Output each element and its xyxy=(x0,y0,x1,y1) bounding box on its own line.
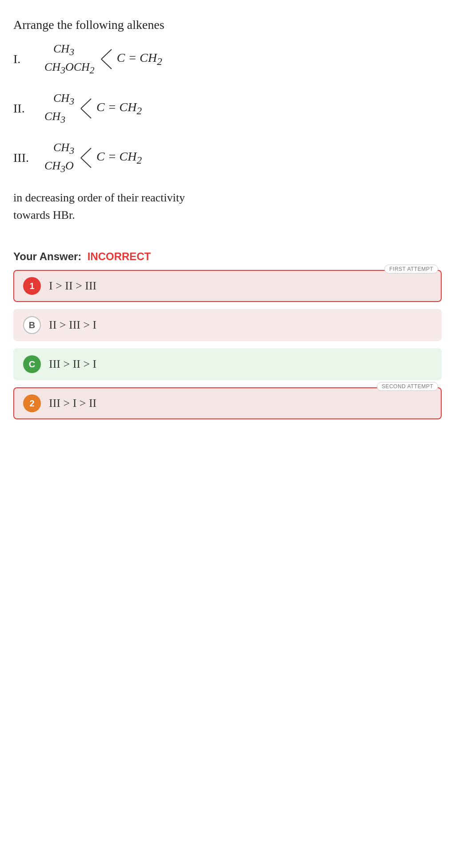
second-attempt-badge: SECOND ATTEMPT xyxy=(377,382,438,391)
structure-3: CH3 CH3O C = CH2 xyxy=(44,140,142,176)
structure-row-3: III. CH3 CH3O C = CH2 xyxy=(13,140,442,176)
option-wrapper-C: C III > II > I xyxy=(13,348,442,380)
sub-bottom-1: CH3OCH2 xyxy=(44,59,95,77)
answer-options: FIRST ATTEMPT 1 I > II > III B II > III … xyxy=(13,270,442,426)
option-circle-1: 1 xyxy=(23,277,41,295)
double-bond-2: C = CH2 xyxy=(96,100,142,117)
structure-row-2: II. CH3 CH3 C = CH2 xyxy=(13,90,442,126)
your-answer-label: Your Answer: INCORRECT xyxy=(13,250,442,263)
option-circle-2: 2 xyxy=(23,394,41,412)
option-wrapper-2: SECOND ATTEMPT 2 III > I > II xyxy=(13,387,442,419)
substituents-3: CH3 CH3O xyxy=(44,140,74,176)
wedge-1 xyxy=(99,46,112,72)
option-text-B: II > III > I xyxy=(49,318,96,332)
roman-label-1: I. xyxy=(13,52,40,66)
substituents-2: CH3 CH3 xyxy=(44,90,74,126)
status-text: INCORRECT xyxy=(88,250,151,262)
double-bond-3: C = CH2 xyxy=(96,149,142,166)
option-box-1[interactable]: 1 I > II > III xyxy=(13,270,442,302)
roman-label-2: II. xyxy=(13,101,40,116)
structure-2: CH3 CH3 C = CH2 xyxy=(44,90,142,126)
option-text-1: I > II > III xyxy=(49,279,96,293)
structure-1: CH3 CH3OCH2 C = CH2 xyxy=(44,41,162,77)
option-box-2[interactable]: 2 III > I > II xyxy=(13,387,442,419)
svg-line-2 xyxy=(81,99,91,108)
wedge-3 xyxy=(79,145,92,171)
sub-top-1: CH3 xyxy=(44,41,74,59)
closing-line-2: towards HBr. xyxy=(13,209,75,221)
first-attempt-badge: FIRST ATTEMPT xyxy=(384,265,438,273)
alkene-section: I. CH3 CH3OCH2 C = CH2 II. CH3 CH xyxy=(13,41,442,176)
option-circle-B: B xyxy=(23,316,41,334)
sub-top-2: CH3 xyxy=(44,90,74,108)
option-wrapper-1: FIRST ATTEMPT 1 I > II > III xyxy=(13,270,442,302)
svg-line-1 xyxy=(101,59,112,69)
svg-line-5 xyxy=(81,158,91,168)
double-bond-1: C = CH2 xyxy=(117,51,162,68)
sub-bottom-2: CH3 xyxy=(44,108,65,127)
sub-top-3: CH3 xyxy=(44,140,74,158)
option-text-C: III > II > I xyxy=(49,358,96,371)
svg-line-3 xyxy=(81,108,91,118)
closing-line-1: in decreasing order of their reactivity xyxy=(13,191,185,204)
your-answer-section: Your Answer: INCORRECT FIRST ATTEMPT 1 I… xyxy=(13,250,442,426)
page: Arrange the following alkenes I. CH3 CH3… xyxy=(0,0,455,868)
label-text: Your Answer: xyxy=(13,250,81,262)
option-box-C[interactable]: C III > II > I xyxy=(13,348,442,380)
structure-row-1: I. CH3 CH3OCH2 C = CH2 xyxy=(13,41,442,77)
substituents-1: CH3 CH3OCH2 xyxy=(44,41,95,77)
reactivity-text: in decreasing order of their reactivity … xyxy=(13,189,442,224)
roman-label-3: III. xyxy=(13,151,40,165)
svg-line-0 xyxy=(101,49,112,59)
option-wrapper-B: B II > III > I xyxy=(13,309,442,341)
svg-line-4 xyxy=(81,148,91,158)
option-text-2: III > I > II xyxy=(49,397,96,410)
option-circle-C: C xyxy=(23,355,41,373)
question-intro: Arrange the following alkenes xyxy=(13,18,442,32)
option-box-B[interactable]: B II > III > I xyxy=(13,309,442,341)
wedge-2 xyxy=(79,95,92,122)
sub-bottom-3: CH3O xyxy=(44,158,74,176)
